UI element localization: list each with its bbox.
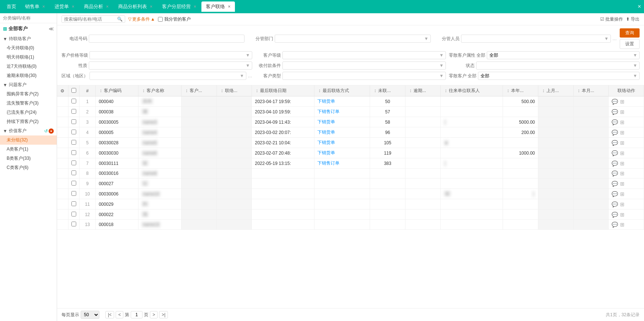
sidebar-item-abnormal[interactable]: 囤购异常客户(2) <box>0 89 57 99</box>
type-column-header[interactable]: ：客户... <box>181 85 217 96</box>
grid-action-icon[interactable]: ⊞ <box>620 191 624 197</box>
grid-action-icon[interactable]: ⊞ <box>620 212 624 218</box>
row-checkbox[interactable] <box>71 160 76 165</box>
per-page-select[interactable]: 50 100 <box>81 311 99 319</box>
row-checkbox[interactable] <box>71 212 76 216</box>
gear-column-header[interactable]: ⚙ <box>57 85 68 96</box>
sidebar-item-tomorrow[interactable]: 明天待联络(1) <box>0 53 57 62</box>
message-icon[interactable]: 💬 <box>612 109 618 115</box>
status-select[interactable] <box>476 61 640 70</box>
close-all-icon[interactable]: × <box>638 3 641 10</box>
last-method-link[interactable]: 下销货单 <box>317 150 335 155</box>
first-page-btn[interactable]: |< <box>105 311 114 318</box>
row-checkbox[interactable] <box>71 150 76 155</box>
message-icon[interactable]: 💬 <box>612 201 618 207</box>
nav-tab-analysis[interactable]: 商品分析 × <box>80 1 113 12</box>
row-checkbox-cell[interactable] <box>68 148 79 158</box>
cust-grade-select[interactable] <box>282 51 446 59</box>
message-icon[interactable]: 💬 <box>612 170 618 176</box>
message-icon[interactable]: 💬 <box>612 99 618 105</box>
sidebar-item-a-class[interactable]: A类客户(1) <box>0 145 57 154</box>
select-all-checkbox[interactable] <box>71 88 76 93</box>
row-checkbox-cell[interactable] <box>68 220 79 230</box>
checkbox-column-header[interactable] <box>68 85 79 96</box>
nav-tab-purchase[interactable]: 进货单 × <box>50 1 79 12</box>
nav-tab-sales[interactable]: 销售单 × <box>21 1 49 12</box>
close-tab-purchase-icon[interactable]: × <box>72 4 74 9</box>
message-icon[interactable]: 💬 <box>612 119 618 125</box>
last-method-link[interactable]: 下销售订单 <box>317 160 339 166</box>
message-icon[interactable]: 💬 <box>612 160 618 166</box>
prev-page-btn[interactable]: < <box>116 311 123 318</box>
sidebar-item-b-class[interactable]: B类客户(33) <box>0 154 57 163</box>
sidebar-search-input[interactable] <box>3 15 57 21</box>
close-tab-analysis-icon[interactable]: × <box>106 4 109 9</box>
row-checkbox[interactable] <box>71 109 76 114</box>
overdue-column-header[interactable]: ：逾期... <box>405 85 441 96</box>
sidebar-item-today[interactable]: 今天待联络(0) <box>0 43 57 53</box>
search-icon[interactable]: 🔍 <box>117 17 123 22</box>
grid-action-icon[interactable]: ⊞ <box>620 170 624 176</box>
name-column-header[interactable]: ：客户名称 <box>138 85 181 96</box>
nav-tab-analysis-list[interactable]: 商品分析列表 × <box>114 1 157 12</box>
lastmonth-column-header[interactable]: ：上月... <box>538 85 573 96</box>
message-icon[interactable]: 💬 <box>612 212 618 218</box>
last-page-btn[interactable]: >| <box>159 311 168 318</box>
nocontact-column-header[interactable]: ：未联... <box>370 85 405 96</box>
thismonth-column-header[interactable]: ：本月... <box>573 85 609 96</box>
row-checkbox[interactable] <box>71 99 76 103</box>
row-checkbox-cell[interactable] <box>68 158 79 169</box>
message-icon[interactable]: 💬 <box>612 222 618 227</box>
nature-select[interactable] <box>89 61 252 70</box>
grid-action-icon[interactable]: ⊞ <box>620 119 624 125</box>
message-icon[interactable]: 💬 <box>612 191 618 197</box>
phone-input[interactable] <box>89 35 244 43</box>
row-checkbox[interactable] <box>71 181 76 186</box>
sidebar-item-declining[interactable]: 持续下滑客户(2) <box>0 117 57 126</box>
grid-action-icon[interactable]: ⊞ <box>620 99 624 105</box>
grid-action-icon[interactable]: ⊞ <box>620 201 624 207</box>
nav-tab-customer-contact[interactable]: 客户联络 × <box>201 1 235 12</box>
nav-home[interactable]: 首页 <box>3 3 20 10</box>
row-checkbox[interactable] <box>71 191 76 196</box>
reset-button[interactable]: 设置 <box>620 39 640 49</box>
sidebar-item-7days[interactable]: 近7天待联络(0) <box>0 62 57 71</box>
manager-select[interactable] <box>461 35 611 43</box>
nav-tab-customer-seg[interactable]: 客户分层经营 × <box>158 1 201 12</box>
sidebar-collapse-icon[interactable]: ≪ <box>49 26 54 32</box>
all-customers-header[interactable]: ⊞ 全部客户 ≪ <box>0 23 57 34</box>
batch-op-btn[interactable]: ☑ 批量操作 <box>600 16 623 22</box>
row-checkbox-cell[interactable] <box>68 117 79 127</box>
row-checkbox[interactable] <box>71 119 76 124</box>
last-method-link[interactable]: 下销售订单 <box>317 109 339 114</box>
page-number-input[interactable] <box>131 311 142 318</box>
retail-attr-select[interactable]: 全部 <box>487 51 640 59</box>
row-checkbox-cell[interactable] <box>68 209 79 220</box>
row-checkbox[interactable] <box>71 140 76 145</box>
lastdate-column-header[interactable]: ：最后联络日期 <box>252 85 314 96</box>
row-checkbox-cell[interactable] <box>68 127 79 138</box>
search-button[interactable]: 查询 <box>620 28 640 38</box>
price-grade-select[interactable] <box>89 51 252 59</box>
grid-action-icon[interactable]: ⊞ <box>620 160 624 166</box>
row-checkbox-cell[interactable] <box>68 138 79 148</box>
sidebar-item-overdue[interactable]: 逾期未联络(30) <box>0 71 57 80</box>
lastmethod-column-header[interactable]: ：最后联络方式 <box>314 85 370 96</box>
row-checkbox-cell[interactable] <box>68 199 79 209</box>
close-tab-analysis-list-icon[interactable]: × <box>150 4 152 9</box>
row-checkbox-cell[interactable] <box>68 169 79 179</box>
close-tab-customer-contact-icon[interactable]: × <box>228 4 230 9</box>
cust-type-select[interactable] <box>282 72 446 80</box>
group-title-value[interactable]: ▼ 价值客户 ↺ ● <box>0 126 57 135</box>
search-input[interactable] <box>64 17 116 22</box>
more-conditions-btn[interactable]: ▽ 更多条件 ▲ <box>128 16 155 22</box>
group-title-pending[interactable]: ▼ 待联络客户 <box>0 34 57 43</box>
last-method-link[interactable]: 下销货单 <box>317 130 335 135</box>
group-title-problem[interactable]: ▼ 问题客户 <box>0 80 57 89</box>
export-btn[interactable]: ⬆ 导出 <box>626 16 640 22</box>
sidebar-item-ungroup[interactable]: 未分组(32) <box>0 135 57 145</box>
code-column-header[interactable]: ：客户编码 <box>96 85 138 96</box>
manager-ellipsis-btn[interactable]: … <box>612 36 617 41</box>
message-icon[interactable]: 💬 <box>612 150 618 156</box>
sidebar-item-churn-warning[interactable]: 流失预警客户(3) <box>0 99 57 108</box>
